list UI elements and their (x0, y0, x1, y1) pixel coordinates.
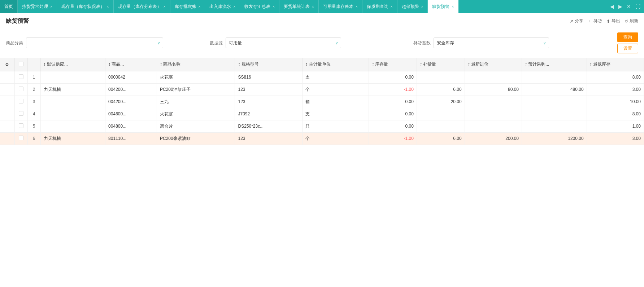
share-button[interactable]: ↗ 分享 (570, 18, 583, 24)
tab-avail[interactable]: 可用量库存账本× (319, 0, 362, 13)
page-header: 缺货预警 ↗ 分享 ＋ 补货 ⬆ 导出 ↺ 刷新 (0, 13, 644, 28)
tab-close-avail[interactable]: × (356, 5, 358, 9)
tab-shortage[interactable]: 缺货预警× (428, 0, 458, 13)
tab-batch[interactable]: 库存批次账× (170, 0, 205, 13)
tab-close-expire[interactable]: × (391, 5, 393, 9)
export-button[interactable]: ⬆ 导出 (606, 18, 620, 24)
tab-label-order: 要货单统计表 (284, 4, 310, 10)
datasource-filter-group: 数据源 可用量 ∨ (210, 37, 408, 48)
restock-base-select[interactable]: 安全库存 ∨ (434, 37, 549, 48)
row-product-name-cell: 火花塞 (157, 108, 235, 120)
row-settings-cell (0, 96, 14, 108)
row-checkbox[interactable] (19, 123, 23, 128)
header-actions: ↗ 分享 ＋ 补货 ⬆ 导出 ↺ 刷新 (570, 18, 638, 24)
refresh-button[interactable]: ↺ 刷新 (625, 18, 638, 24)
row-restock-qty-cell: 6.00 (417, 83, 465, 96)
stock-qty-column-header[interactable]: ↕ 库存量 (369, 58, 417, 71)
tab-close-pick[interactable]: × (50, 5, 52, 9)
row-checkbox[interactable] (19, 111, 23, 116)
row-stock-qty-cell: 0.00 (369, 120, 417, 132)
unit-column-header[interactable]: ↕ 主计量单位 (303, 58, 369, 71)
settings-column-header[interactable]: ⚙ (0, 58, 14, 71)
row-product-name-cell: PC200油缸庄子 (157, 83, 235, 96)
row-checkbox-cell (14, 71, 27, 83)
tab-close-flow[interactable]: × (233, 5, 235, 9)
tab-label-overstock: 超储预警 (402, 4, 419, 10)
row-checkbox[interactable] (19, 87, 23, 91)
row-number-cell: 5 (27, 120, 40, 132)
row-latest-price-cell: 80.00 (465, 83, 522, 96)
tab-stock1[interactable]: 现存量（库存状况表）× (57, 0, 114, 13)
table-row[interactable]: 6力天机械801110...PC200张紧油缸123个-1.006.00200.… (0, 132, 644, 145)
category-filter-group: 商品分类 ∨ (6, 37, 204, 48)
datasource-select[interactable]: 可用量 ∨ (226, 37, 341, 48)
row-restock-qty-cell (417, 108, 465, 120)
tab-close-order[interactable]: × (312, 5, 314, 9)
category-select[interactable]: ∨ (26, 37, 163, 48)
table-header-row: ⚙ ↕ 默认供应... ↕ 商品... ↕ 商品名称 (0, 58, 644, 71)
tab-label-stock2: 现存量（库存分布表） (118, 4, 161, 10)
tab-overstock[interactable]: 超储预警× (397, 0, 428, 13)
supplier-column-header[interactable]: ↕ 默认供应... (40, 58, 105, 71)
restock-qty-column-header[interactable]: ↕ 补货量 (417, 58, 465, 71)
row-spec-cell: SS816 (235, 71, 303, 83)
latest-price-column-header[interactable]: ↕ 最新进价 (465, 58, 522, 71)
row-number-cell: 3 (27, 96, 40, 108)
row-checkbox-cell (14, 120, 27, 132)
tab-close-stock2[interactable]: × (164, 5, 166, 9)
row-number-cell: 6 (27, 132, 40, 145)
tab-order[interactable]: 要货单统计表× (279, 0, 319, 13)
table-row[interactable]: 2力天机械004200...PC200油缸庄子123个-1.006.0080.0… (0, 83, 644, 96)
tab-label-home: 首页 (4, 4, 13, 10)
restock-button[interactable]: ＋ 补货 (588, 18, 602, 24)
tab-label-pick: 拣货异常处理 (22, 4, 48, 10)
product-name-column-header[interactable]: ↕ 商品名称 (157, 58, 235, 71)
row-checkbox[interactable] (19, 74, 23, 79)
tab-label-shortage: 缺货预警 (432, 4, 449, 10)
row-number-cell: 2 (27, 83, 40, 96)
row-min-stock-cell: 3.00 (587, 132, 644, 145)
query-button[interactable]: 查询 (617, 32, 638, 42)
tab-home[interactable]: 首页 (0, 0, 18, 13)
row-product-code-cell: 004600... (105, 108, 157, 120)
setting-button[interactable]: 设置 (617, 44, 638, 53)
row-latest-price-cell (465, 71, 522, 83)
tab-next-button[interactable]: ▶ (616, 3, 625, 10)
row-min-stock-cell: 8.00 (587, 71, 644, 83)
tab-prev-button[interactable]: ◀ (608, 3, 616, 10)
row-checkbox-cell (14, 83, 27, 96)
row-unit-cell: 只 (303, 120, 369, 132)
row-restock-qty-cell: 20.00 (417, 96, 465, 108)
tab-close-stock1[interactable]: × (107, 5, 109, 9)
tab-expire[interactable]: 保质期查询× (362, 0, 397, 13)
row-checkbox[interactable] (19, 136, 23, 140)
row-est-purchase-cell: 480.00 (522, 83, 587, 96)
row-est-purchase-cell (522, 120, 587, 132)
min-stock-column-header[interactable]: ↕ 最低库存 (587, 58, 644, 71)
table-row[interactable]: 3004200...三九123箱0.0020.0010.00 (0, 96, 644, 108)
row-checkbox-cell (14, 132, 27, 145)
tab-close-overstock[interactable]: × (421, 5, 423, 9)
tab-summary[interactable]: 收发存汇总表× (240, 0, 279, 13)
tab-close-summary[interactable]: × (273, 5, 275, 9)
product-code-column-header[interactable]: ↕ 商品... (105, 58, 157, 71)
checkbox-column-header[interactable] (14, 58, 27, 71)
tab-close-shortage[interactable]: × (452, 5, 454, 9)
datasource-chevron-icon: ∨ (335, 41, 338, 45)
est-purchase-column-header[interactable]: ↕ 预计采购... (522, 58, 587, 71)
spec-column-header[interactable]: ↕ 规格型号 (235, 58, 303, 71)
tab-fullscreen-button[interactable]: ⛶ (633, 3, 643, 10)
row-checkbox-cell (14, 96, 27, 108)
table-row[interactable]: 4004600...火花塞J7092支0.008.00 (0, 108, 644, 120)
tab-close-all-button[interactable]: ✕ (625, 3, 633, 10)
tab-close-batch[interactable]: × (199, 5, 201, 9)
tab-stock2[interactable]: 现存量（库存分布表）× (114, 0, 170, 13)
select-all-checkbox[interactable] (19, 62, 23, 66)
row-product-code-cell: 0000042 (105, 71, 157, 83)
row-checkbox[interactable] (19, 99, 23, 103)
tab-flow[interactable]: 出入库流水× (205, 0, 240, 13)
refresh-icon: ↺ (625, 19, 628, 24)
table-row[interactable]: 10000042火花塞SS816支0.008.00 (0, 71, 644, 83)
tab-pick[interactable]: 拣货异常处理× (18, 0, 57, 13)
table-row[interactable]: 5004800...离合片DS250*23c...只0.001.00 (0, 120, 644, 132)
